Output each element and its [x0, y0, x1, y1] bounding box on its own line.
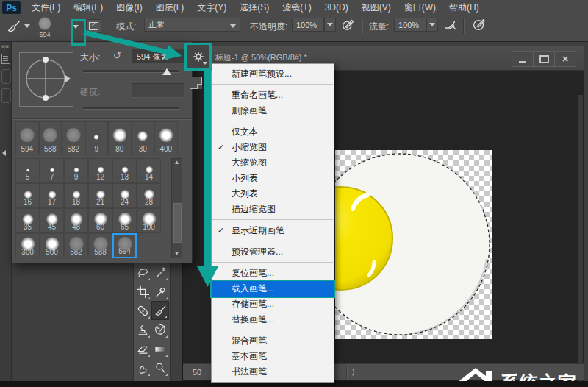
- pressure-size-icon[interactable]: [471, 17, 487, 33]
- menubar-item[interactable]: 选择(S): [233, 0, 276, 15]
- healing-brush-tool[interactable]: [134, 301, 151, 320]
- brush-preset[interactable]: 400: [154, 121, 178, 155]
- flyout-menu-item[interactable]: 小列表: [212, 171, 334, 186]
- brush-preset[interactable]: 21: [88, 183, 112, 208]
- flyout-menu-item[interactable]: 书法画笔: [212, 364, 334, 380]
- flyout-menu-item[interactable]: 大列表: [212, 186, 334, 202]
- brush-preset[interactable]: 80: [108, 121, 132, 155]
- flyout-menu-item[interactable]: 描边缩览图: [212, 202, 334, 217]
- brush-preset[interactable]: 300: [15, 233, 40, 258]
- collapse-panels-icon[interactable]: ««: [1, 43, 9, 50]
- history-brush-tool[interactable]: [151, 320, 169, 339]
- brush-preset[interactable]: 9: [85, 121, 109, 155]
- opacity-dropdown-button[interactable]: [324, 18, 336, 32]
- scrollbar-thumb[interactable]: [173, 203, 182, 243]
- maximize-button[interactable]: [533, 52, 554, 66]
- brush-preset[interactable]: 9: [64, 158, 88, 183]
- flyout-menu-item[interactable]: 重命名画笔...: [212, 88, 334, 103]
- document-scrollbar[interactable]: [578, 95, 583, 387]
- flyout-menu-item[interactable]: ✓显示近期画笔: [212, 223, 334, 238]
- brush-preset[interactable]: 30: [132, 121, 155, 155]
- pressure-opacity-icon[interactable]: [340, 17, 356, 33]
- brush-preset[interactable]: 594: [112, 233, 137, 258]
- menubar-item[interactable]: 文件(F): [25, 0, 67, 15]
- brush-preset[interactable]: 7: [40, 158, 64, 183]
- brush-panel-menu-button[interactable]: [184, 43, 212, 71]
- new-preset-icon[interactable]: [190, 77, 202, 89]
- scroll-up-icon[interactable]: ▲: [172, 159, 182, 166]
- brush-preset[interactable]: 45: [40, 208, 64, 233]
- gradient-tool[interactable]: [151, 339, 169, 358]
- brush-preset[interactable]: 16: [15, 183, 40, 208]
- brush-preset[interactable]: 12: [88, 158, 112, 183]
- menubar-item[interactable]: 3D(D): [318, 0, 355, 15]
- polygonal-lasso-tool[interactable]: [134, 263, 151, 282]
- image-canvas[interactable]: [335, 150, 492, 339]
- clone-stamp-tool[interactable]: [134, 320, 151, 339]
- close-button[interactable]: ×: [554, 52, 576, 66]
- dock-panel-icon[interactable]: [1, 88, 11, 103]
- brush-preset[interactable]: 582: [62, 121, 85, 155]
- blend-mode-select[interactable]: 正常: [144, 18, 240, 32]
- flyout-menu-item[interactable]: 复位画笔...: [212, 266, 334, 281]
- brush-preset[interactable]: 5: [15, 158, 40, 183]
- flyout-menu-item[interactable]: ✓小缩览图: [212, 140, 334, 155]
- brush-tool-icon[interactable]: [6, 18, 22, 35]
- brush-angle-control[interactable]: [19, 52, 74, 107]
- brush-preview[interactable]: [38, 17, 51, 30]
- brush-preset[interactable]: 594: [15, 121, 39, 155]
- menubar-item[interactable]: 图像(I): [110, 0, 148, 15]
- scroll-down-icon[interactable]: ▼: [172, 250, 182, 258]
- menubar-item[interactable]: 滤镜(T): [276, 0, 318, 15]
- brush-preset[interactable]: 500: [40, 233, 64, 258]
- flyout-menu-item[interactable]: 仅文本: [212, 124, 334, 140]
- brush-preset[interactable]: 60: [88, 208, 112, 233]
- menubar-item[interactable]: 图层(L): [149, 0, 191, 15]
- brush-preset[interactable]: 48: [64, 208, 88, 233]
- brush-preset[interactable]: 588: [39, 121, 62, 155]
- brush-panel-toggle-icon[interactable]: [86, 19, 101, 33]
- brush-preset[interactable]: 588: [88, 233, 112, 258]
- smudge-tool[interactable]: [134, 358, 151, 377]
- brush-preset[interactable]: 65: [112, 208, 137, 233]
- opacity-input[interactable]: 100%: [292, 18, 324, 32]
- flyout-menu-item[interactable]: 删除画笔: [212, 103, 334, 118]
- tool-preset-chevron-icon[interactable]: [24, 24, 30, 28]
- menubar-item[interactable]: 帮助(H): [442, 0, 486, 15]
- flyout-menu-item[interactable]: 混合画笔: [212, 333, 334, 349]
- airbrush-icon[interactable]: [442, 17, 459, 33]
- brush-preset[interactable]: 28: [137, 183, 161, 208]
- brush-preset[interactable]: 35: [15, 208, 40, 233]
- hardness-input[interactable]: [132, 83, 184, 98]
- menubar-item[interactable]: 文字(Y): [190, 0, 233, 15]
- flyout-menu-item[interactable]: 大缩览图: [212, 155, 334, 171]
- minimize-button[interactable]: [512, 52, 533, 66]
- brush-preset[interactable]: 100: [137, 208, 161, 233]
- statusbar-chevron-icon[interactable]: 〉: [352, 367, 355, 377]
- brush-grid-scrollbar[interactable]: ▲ ▼: [171, 158, 182, 258]
- size-slider-thumb[interactable]: [162, 68, 171, 75]
- flyout-menu-item[interactable]: 新建画笔预设...: [212, 66, 334, 82]
- eraser-tool[interactable]: [134, 339, 151, 358]
- flyout-menu-item[interactable]: 替换画笔...: [212, 312, 334, 327]
- brush-preset[interactable]: 14: [137, 158, 161, 183]
- flow-input[interactable]: 100%: [394, 18, 426, 32]
- brush-tool[interactable]: [151, 301, 169, 320]
- menubar-item[interactable]: 窗口(W): [398, 0, 442, 15]
- eyedropper-tool[interactable]: [151, 282, 169, 301]
- flow-dropdown-button[interactable]: [426, 18, 438, 32]
- brush-preset[interactable]: 24: [112, 183, 137, 208]
- menubar-item[interactable]: 视图(V): [355, 0, 398, 15]
- flyout-menu-item[interactable]: 存储画笔...: [212, 297, 334, 312]
- magic-wand-tool[interactable]: [151, 263, 169, 282]
- brush-preset[interactable]: 18: [64, 183, 88, 208]
- flyout-menu-item[interactable]: 基本画笔: [212, 349, 334, 364]
- dock-panel-icon[interactable]: [1, 54, 10, 64]
- dock-panel-icon[interactable]: [1, 69, 11, 84]
- flyout-menu-item[interactable]: 预设管理器...: [212, 244, 334, 260]
- reset-size-icon[interactable]: ↺: [113, 50, 121, 61]
- brush-preset[interactable]: 582: [64, 233, 88, 258]
- brush-preset[interactable]: 13: [112, 158, 137, 183]
- dock-expand-icon[interactable]: [2, 150, 6, 156]
- brush-preset[interactable]: 17: [40, 183, 64, 208]
